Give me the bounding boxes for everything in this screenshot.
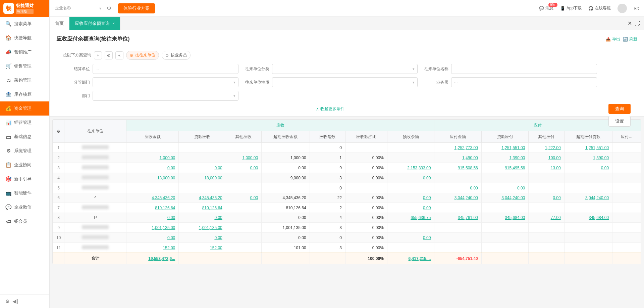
sidebar-bottom: ⚙ ◀‖: [0, 294, 49, 308]
collab-icon: 📋: [5, 162, 11, 168]
page-title-row: 应收应付余额查询(按往来单位) 📤 导出 🔄 刷新: [56, 36, 637, 43]
sidebar-item-purchase[interactable]: 🗂 采购管理: [0, 73, 49, 87]
partner-name: [64, 233, 126, 243]
table-container: ⚙ 往来单位 应收 应付 应收金额 贷款应收 其他应收 超期应收金额 应收笔数: [52, 119, 641, 264]
table-header-loan-receivable: 贷款应收: [179, 131, 226, 143]
sidebar-item-marketing[interactable]: 📣 营销推广: [0, 45, 49, 59]
table-settings-button[interactable]: 设置: [608, 116, 631, 127]
sidebar-item-operations[interactable]: 📊 经营管理: [0, 116, 49, 130]
partner-category-label: 往来单位分类: [243, 66, 269, 72]
filter-partner-name: 往来单位名称: [422, 64, 597, 74]
settings-col-icon: ⚙: [57, 129, 60, 134]
sidebar-label-search: 搜索菜单: [14, 21, 32, 27]
topbar-settings-icon[interactable]: ⚙: [107, 5, 111, 11]
filter-scheme2[interactable]: ⊙ 按业务员: [162, 51, 191, 60]
topbar-app[interactable]: 📱 App下载: [560, 5, 582, 11]
sidebar-item-system[interactable]: ⚙ 系统管理: [0, 144, 49, 158]
filter-prev-btn[interactable]: «: [115, 51, 123, 59]
sidebar-item-search[interactable]: 🔍 搜索菜单: [0, 17, 49, 31]
jiesuan-dots: ...: [96, 67, 99, 71]
filter-add-btn[interactable]: +: [94, 51, 102, 59]
sidebar-label-hardware: 智能硬件: [14, 190, 32, 196]
topbar-msg[interactable]: 💬 消息 99+: [539, 5, 553, 11]
window-expand-button[interactable]: ⛶: [635, 20, 640, 27]
inventory-icon: 🏦: [5, 91, 11, 97]
total-settings: [53, 253, 64, 264]
filter-collapse-button[interactable]: ∧ 收起更多条件: [316, 106, 344, 112]
table-row: 91,001,135.001,001,135.001,001,135.0030.…: [53, 223, 641, 233]
refresh-button[interactable]: 🔄 刷新: [623, 36, 637, 42]
sidebar-label-operations: 经营管理: [14, 120, 32, 126]
search-icon: 🔍: [5, 21, 11, 27]
row-num: 9: [53, 223, 64, 233]
sidebar-item-hardware[interactable]: 📺 智能硬件: [0, 186, 49, 200]
row-num: 11: [53, 243, 64, 253]
partner-name-input[interactable]: [451, 64, 597, 74]
sidebar-item-finance[interactable]: 💰 资金管理: [0, 101, 49, 116]
sidebar-item-quicknav[interactable]: 🏠 快捷导航: [0, 31, 49, 45]
table-header-overdue-receivable: 超期应收金额: [262, 131, 310, 143]
guide-icon: 🎯: [5, 176, 11, 182]
sidebar-label-sales: 销售管理: [14, 63, 32, 69]
total-overdue-payable: [564, 253, 612, 264]
hardware-icon: 📺: [5, 190, 11, 196]
table-header-receivable-count: 应收笔数: [310, 131, 345, 143]
filter-edit-btn[interactable]: ⊙: [105, 51, 113, 59]
filter-partner-nature: 往来单位性质 ▾: [243, 77, 418, 87]
total-receivable-amount[interactable]: 19,553,472,6...: [126, 253, 179, 264]
filter-scheme1[interactable]: ⊙ 按往来单位: [126, 51, 159, 60]
filter-label: 按以下方案查询: [63, 52, 91, 58]
sidebar-item-guide[interactable]: 🎯 新手引导: [0, 172, 49, 186]
partner-category-input[interactable]: ▾: [272, 64, 418, 74]
logo-icon: 畅: [3, 3, 14, 14]
salesman-dots: ···: [454, 80, 458, 85]
sidebar-item-collab[interactable]: 📋 企业协同: [0, 158, 49, 172]
sidebar-item-basic[interactable]: 🗃 基础信息: [0, 130, 49, 144]
dept-manage-input[interactable]: ▾: [93, 77, 238, 87]
logo-name: 畅捷通财: [16, 3, 34, 9]
system-icon: ⚙: [5, 148, 11, 154]
tab-receivables[interactable]: 应收应付余额查询 ×: [69, 17, 120, 30]
filter-area: 按以下方案查询 + ⊙ « ⊙: [56, 47, 637, 116]
row-num: 6: [53, 193, 64, 203]
window-close-button[interactable]: ✕: [628, 20, 632, 27]
tabs-bar-right: ✕ ⛶: [628, 20, 644, 27]
query-button[interactable]: 查询: [608, 104, 631, 114]
sidebar-item-wechat[interactable]: 💬 企业微信: [0, 200, 49, 214]
scheme1-icon: ⊙: [130, 53, 133, 58]
jiesuan-input[interactable]: ...: [93, 64, 238, 74]
dept-input[interactable]: ▾: [93, 91, 238, 101]
table-row: 418,000.0018,000.009,000.0030.00%0.00: [53, 173, 641, 183]
sidebar-item-inventory[interactable]: 🏦 库存核算: [0, 87, 49, 101]
tab-close-icon[interactable]: ×: [112, 21, 115, 26]
member-icon: 🏷: [5, 219, 11, 224]
salesman-input[interactable]: ···: [451, 77, 597, 87]
collapse-label: 收起更多条件: [320, 106, 344, 112]
sidebar-label-wechat: 企业微信: [14, 204, 32, 210]
jiesuan-label: 结算单位: [63, 66, 90, 72]
dept-manage-chevron: ▾: [233, 80, 235, 85]
table-col-settings[interactable]: ⚙: [53, 120, 64, 143]
sidebar-label-marketing: 营销推广: [14, 49, 32, 55]
partner-nature-input[interactable]: ▾: [272, 77, 418, 87]
total-row: 合计 19,553,472,6... 100.00% 6,417,215....…: [53, 253, 641, 264]
filter-salesman: 业务员 ···: [422, 77, 597, 87]
filter-edit-icon: ⊙: [107, 53, 110, 58]
total-payable-more: [612, 253, 641, 264]
tab-receivables-label: 应收应付余额查询: [75, 20, 110, 27]
filter-collapse: ∧ 收起更多条件: [63, 104, 597, 112]
total-prepaid-balance[interactable]: 6,417,215....: [387, 253, 434, 264]
export-button[interactable]: 📤 导出: [606, 36, 620, 42]
row-num: 1: [53, 143, 64, 153]
topbar-service[interactable]: 🎧 在线客服: [588, 5, 611, 11]
collapse-arrow: ∧: [316, 107, 319, 112]
sidebar-item-member[interactable]: 🏷 畅会员: [0, 214, 49, 228]
row-num: 4: [53, 173, 64, 183]
sidebar-collapse-icon[interactable]: ◀‖: [12, 299, 18, 304]
sidebar-settings-icon[interactable]: ⚙: [5, 299, 10, 304]
tab-home[interactable]: 首页: [50, 17, 69, 30]
sidebar-item-sales[interactable]: 🛒 销售管理: [0, 59, 49, 73]
partner-nature-chevron: ▾: [413, 80, 415, 85]
filter-top: 按以下方案查询 + ⊙ « ⊙: [63, 51, 597, 60]
trial-button[interactable]: 体验行业方案: [118, 3, 155, 13]
